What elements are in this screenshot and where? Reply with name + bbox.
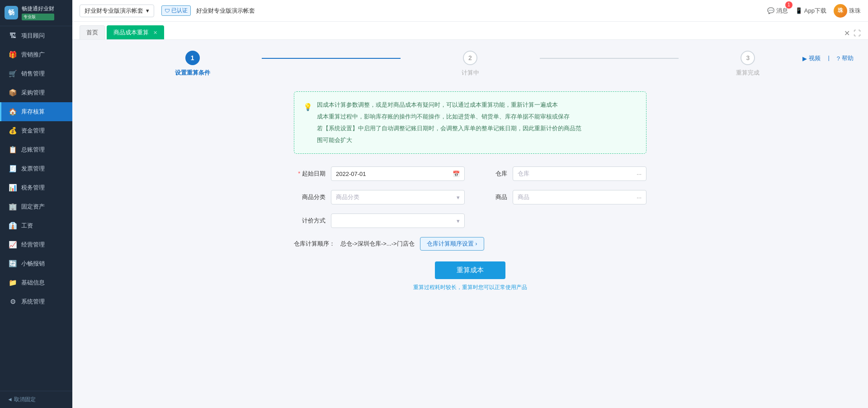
verified-badge: 🛡 已认证 [161, 5, 191, 16]
app-download-label: App下载 [804, 7, 826, 15]
expand-window-icon[interactable]: ⛶ [854, 29, 861, 38]
sidebar-item-marketing[interactable]: 🎁营销推广 [0, 45, 72, 64]
shield-icon: 🛡 [165, 8, 170, 14]
sidebar-item-purchase[interactable]: 📦采购管理 [0, 83, 72, 102]
form-group-pricing: 计价方式 ▾ [294, 213, 465, 228]
form: 起始日期 2022-07-01 📅 仓库 仓库 ··· 商 [294, 166, 646, 291]
category-placeholder: 商品分类 [336, 193, 359, 201]
dropdown-icon: ▾ [146, 7, 149, 14]
step-1-label: 设置重算条件 [175, 69, 210, 77]
unpin-label: ◄ 取消固定 [7, 396, 36, 403]
notice-line3: 若【系统设置】中启用了自动调整记账日期时，会调整入库单的整单记账日期，因此重新计… [317, 123, 581, 134]
sidebar-unpin[interactable]: ◄ 取消固定 [0, 391, 72, 408]
topbar-account-name: 好业财专业版演示帐套 [196, 7, 255, 15]
username: 珠珠 [849, 7, 861, 15]
start-date-label: 起始日期 [294, 170, 326, 178]
sidebar-item-tax[interactable]: 📊税务管理 [0, 178, 72, 197]
sidebar-icon-marketing: 🎁 [9, 51, 17, 59]
warehouse-label: 仓库 [476, 170, 507, 178]
sidebar-label-accounting: 总账管理 [21, 146, 45, 154]
calc-order-value: 总仓->深圳仓库->...->门店仓 [340, 240, 415, 248]
logo-text: 畅捷通好业财 专业版 [22, 5, 54, 20]
category-select[interactable]: 商品分类 ▾ [331, 190, 465, 204]
start-date-input[interactable]: 2022-07-01 📅 [331, 166, 465, 181]
sidebar-label-tax: 税务管理 [21, 184, 45, 192]
calc-order-btn-label: 仓库计算顺序设置 › [427, 240, 477, 248]
hint-text: 重算过程耗时较长，重算时您可以正常使用产品 [294, 284, 646, 291]
sidebar-label-system: 系统管理 [21, 298, 45, 306]
form-group-warehouse: 仓库 仓库 ··· [476, 166, 646, 181]
close-tab-icon[interactable]: ✕ [153, 30, 157, 35]
notice-box: 💡 因成本计算参数调整，或是对商品成本有疑问时，可以通过成本重算功能，重新计算一… [294, 91, 646, 154]
sidebar-label-expense: 小畅报销 [21, 260, 45, 268]
form-row-3: 计价方式 ▾ [294, 213, 646, 228]
sidebar-label-finance: 资金管理 [21, 127, 45, 135]
form-group-category: 商品分类 商品分类 ▾ [294, 190, 465, 204]
sidebar-icon-invoice: 🧾 [9, 165, 17, 173]
sidebar-item-salary[interactable]: 👔工资 [0, 216, 72, 235]
tab-cost-recalc[interactable]: 商品成本重算 ✕ [107, 25, 164, 39]
topbar: 好业财专业版演示帐套 ▾ 🛡 已认证 好业财专业版演示帐套 💬 消息 1 📱 A… [72, 0, 868, 22]
sidebar-label-salary: 工资 [21, 222, 33, 230]
video-btn[interactable]: ▶ 视频 [802, 54, 821, 62]
step-3-label: 重算完成 [736, 69, 760, 77]
pricing-label: 计价方式 [294, 217, 326, 225]
recalc-btn[interactable]: 重算成本 [435, 261, 505, 279]
sidebar-item-project[interactable]: 🏗项目顾问 [0, 26, 72, 45]
step-1: 1 设置重算条件 [123, 51, 262, 77]
verified-label: 🛡 已认证 [161, 5, 191, 16]
tab-home[interactable]: 首页 [80, 25, 105, 39]
account-select[interactable]: 好业财专业版演示帐套 ▾ [80, 5, 154, 17]
user-profile[interactable]: 珠 珠珠 [834, 4, 861, 18]
sidebar-item-expense[interactable]: 🔄小畅报销 [0, 254, 72, 273]
message-button[interactable]: 💬 消息 1 [767, 7, 788, 15]
sidebar-icon-purchase: 📦 [9, 89, 17, 97]
steps-actions: ▶ 视频 | ? 帮助 [802, 54, 854, 62]
phone-icon: 📱 [795, 7, 802, 14]
avatar: 珠 [834, 4, 847, 18]
step-2: 2 计算中 [401, 51, 539, 77]
sidebar-item-basic[interactable]: 📁基础信息 [0, 273, 72, 292]
step-1-circle: 1 [185, 51, 200, 65]
sidebar-label-project: 项目顾问 [21, 32, 45, 40]
sidebar-item-assets[interactable]: 🏢固定资产 [0, 197, 72, 216]
sidebar-label-basic: 基础信息 [21, 279, 45, 287]
message-icon: 💬 [767, 7, 774, 14]
warehouse-input[interactable]: 仓库 ··· [513, 166, 646, 181]
help-btn[interactable]: ? 帮助 [837, 54, 854, 62]
logo-name: 畅捷通好业财 [22, 5, 54, 13]
product-label: 商品 [476, 193, 507, 201]
sidebar-icon-system: ⚙ [9, 298, 17, 306]
sidebar-item-inventory[interactable]: 🏠库存核算 [0, 102, 72, 121]
sidebar-item-invoice[interactable]: 🧾发票管理 [0, 159, 72, 178]
pricing-select[interactable]: ▾ [331, 213, 465, 228]
step-2-circle: 2 [463, 51, 477, 65]
category-label: 商品分类 [294, 193, 326, 201]
calc-order-btn[interactable]: 仓库计算顺序设置 › [420, 237, 484, 251]
sidebar-item-accounting[interactable]: 📋总账管理 [0, 140, 72, 159]
logo-icon: 畅 [5, 6, 18, 19]
warehouse-more-icon: ··· [637, 171, 642, 177]
form-group-product: 商品 商品 ··· [476, 190, 646, 204]
sidebar-item-sales[interactable]: 🛒销售管理 [0, 64, 72, 83]
message-badge: 1 [785, 1, 793, 9]
sidebar-item-finance[interactable]: 💰资金管理 [0, 121, 72, 140]
sidebar: 畅 畅捷通好业财 专业版 🏗项目顾问🎁营销推广🛒销售管理📦采购管理🏠库存核算💰资… [0, 0, 72, 408]
form-row-1: 起始日期 2022-07-01 📅 仓库 仓库 ··· [294, 166, 646, 181]
product-input[interactable]: 商品 ··· [513, 190, 646, 204]
app-download-button[interactable]: 📱 App下载 [795, 7, 826, 15]
sidebar-icon-inventory: 🏠 [9, 108, 17, 116]
logo-badge: 专业版 [22, 14, 54, 20]
start-date-value: 2022-07-01 [336, 171, 366, 177]
sidebar-icon-tax: 📊 [9, 184, 17, 192]
close-window-icon[interactable]: ✕ [844, 29, 850, 38]
sidebar-icon-salary: 👔 [9, 222, 17, 230]
calc-order-row: 仓库计算顺序： 总仓->深圳仓库->...->门店仓 仓库计算顺序设置 › [294, 237, 646, 251]
form-row-2: 商品分类 商品分类 ▾ 商品 商品 ··· [294, 190, 646, 204]
sidebar-item-system[interactable]: ⚙系统管理 [0, 292, 72, 311]
sidebar-icon-assets: 🏢 [9, 203, 17, 211]
sidebar-item-ops[interactable]: 📈经营管理 [0, 235, 72, 254]
step-2-label: 计算中 [462, 69, 479, 77]
tabbar-right: ✕ ⛶ [844, 29, 861, 39]
sidebar-nav: 🏗项目顾问🎁营销推广🛒销售管理📦采购管理🏠库存核算💰资金管理📋总账管理🧾发票管理… [0, 26, 72, 391]
